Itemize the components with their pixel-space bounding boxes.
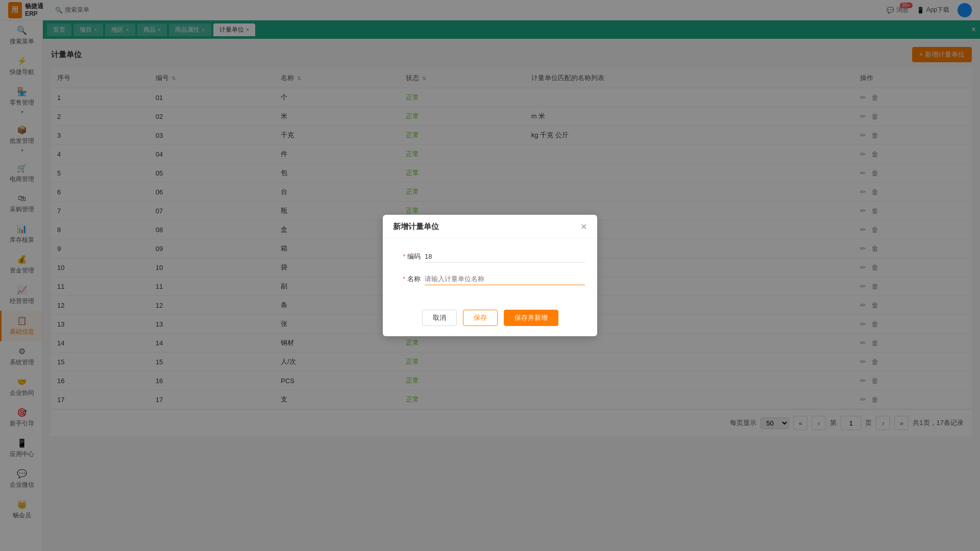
modal-title: 新增计量单位 (393, 222, 439, 232)
form-item-name: 名称 (395, 273, 585, 285)
add-unit-modal: 新增计量单位 ✕ 编码 名称 取消 保存 保存并新增 (383, 215, 597, 336)
modal-close-button[interactable]: ✕ (580, 222, 587, 232)
modal-body: 编码 名称 (383, 238, 597, 304)
modal-footer: 取消 保存 保存并新增 (383, 304, 597, 336)
modal-header: 新增计量单位 ✕ (383, 215, 597, 238)
cancel-button[interactable]: 取消 (422, 310, 457, 326)
save-and-add-button[interactable]: 保存并新增 (504, 310, 558, 326)
form-label-name: 名称 (395, 274, 421, 284)
form-label-code: 编码 (395, 252, 421, 261)
save-button[interactable]: 保存 (463, 310, 498, 326)
form-item-code: 编码 (395, 251, 585, 263)
name-input[interactable] (425, 273, 585, 285)
code-input[interactable] (425, 251, 585, 263)
